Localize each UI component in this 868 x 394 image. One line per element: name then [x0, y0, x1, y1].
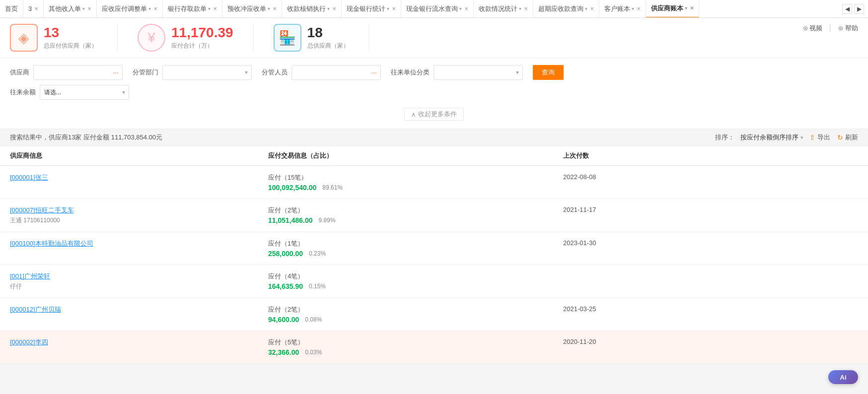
close-icon-cash-stat[interactable]: ✕	[392, 6, 396, 11]
balance-select[interactable]: 请选...	[40, 85, 129, 100]
table-row: [000012]广州贝瑞 应付（2笔） 94,600.00 0.08% 2021…	[0, 298, 868, 331]
category-select[interactable]	[434, 65, 523, 80]
search-row-2: 往来余额 请选... ▾	[10, 85, 858, 100]
dept-label: 分管部门	[133, 68, 158, 77]
nav-tab-bank[interactable]: 银行存取款单 ▾ ✕	[163, 0, 222, 18]
close-icon-receipt-stat[interactable]: ✕	[524, 6, 528, 11]
dept-select-wrap: ▾	[162, 65, 252, 80]
trans-label: 应付（2笔）	[268, 305, 563, 314]
trans-percent: 0.15%	[309, 283, 326, 290]
stat-info-payable-suppliers: 13 总应付供应商（家）	[44, 26, 97, 50]
close-icon-adjust[interactable]: ✕	[153, 6, 157, 11]
close-icon-other-income[interactable]: ✕	[87, 6, 91, 11]
nav-tab-other-income[interactable]: 其他收入单 ▾ ✕	[44, 0, 97, 18]
last-pay-value: 2020-11-20	[563, 338, 596, 345]
supplier-info-cell: [000001]张三	[10, 173, 268, 182]
table-row: [000002]李四 应付（5笔） 32,366.00 0.03% 2020-1…	[0, 331, 868, 364]
nav-tab-adjust[interactable]: 应收应付调整单 ▾ ✕	[97, 0, 163, 18]
close-icon-customer-book[interactable]: ✕	[637, 6, 641, 11]
supplier-link[interactable]: [000002]李四	[10, 338, 48, 346]
trans-percent: 0.08%	[305, 316, 322, 323]
trans-label: 应付（2笔）	[268, 206, 563, 215]
export-button[interactable]: ⇧ 导出	[809, 133, 830, 142]
last-pay-cell: 2022-08-08	[563, 173, 858, 181]
supplier-sub: 仔仔	[10, 282, 268, 291]
chevron-down-icon-collection: ▾	[327, 6, 330, 11]
col-last-pay: 上次付数	[563, 151, 858, 160]
nav-tab-cash-flow[interactable]: 现金银行流水查询 ▾ ✕	[401, 0, 474, 18]
last-pay-value: 2021-03-25	[563, 305, 596, 313]
supplier-field: 供应商 ···	[10, 65, 123, 80]
chevron-down-icon-receipt-stat: ▾	[519, 6, 521, 11]
nav-prev-btn[interactable]: ◀	[842, 4, 852, 14]
nav-tab-supplier-book[interactable]: 供应商账本 ▾ ✕	[646, 0, 699, 18]
trans-amount: 11,051,486.00	[268, 216, 313, 224]
nav-tab-home[interactable]: 首页	[0, 0, 23, 18]
close-icon[interactable]: ✕	[34, 6, 38, 11]
close-icon-prepay[interactable]: ✕	[273, 6, 277, 11]
trans-row: 100,092,540.00 89.61%	[268, 184, 563, 192]
person-dots-icon[interactable]: ···	[371, 68, 377, 76]
trans-amount: 94,600.00	[268, 316, 299, 324]
supplier-input[interactable]	[33, 65, 123, 80]
top-right-links: ⊙ 视频 │ ⊙ 帮助	[803, 24, 858, 33]
trans-label: 应付（5笔）	[268, 338, 563, 347]
nav-tab-customer-book[interactable]: 客户账本 ▾ ✕	[599, 0, 646, 18]
results-bar: 搜索结果中，供应商13家 应付金额 111,703,854.00元 排序： 按应…	[0, 129, 868, 146]
nav-tab-overdue[interactable]: 超期应收款查询 ▾ ✕	[533, 0, 599, 18]
table-body: [000001]张三 应付（15笔） 100,092,540.00 89.61%…	[0, 166, 868, 364]
nav-tab-cash-flow-label: 现金银行流水查询	[406, 4, 458, 13]
nav-tab-collection[interactable]: 收款核销执行 ▾ ✕	[282, 0, 342, 18]
col-transaction-info: 应付交易信息（占比）	[268, 151, 563, 160]
chevron-down-icon-cash-stat: ▾	[387, 6, 389, 11]
nav-tab-prepay-label: 预收冲应收单	[227, 4, 266, 13]
trans-row: 94,600.00 0.08%	[268, 316, 563, 324]
refresh-button[interactable]: ↻ 刷新	[837, 133, 858, 142]
close-icon-overdue[interactable]: ✕	[590, 6, 594, 11]
trans-label: 应付（4笔）	[268, 272, 563, 281]
data-table: 供应商信息 应付交易信息（占比） 上次付数 [000001]张三 应付（15笔）…	[0, 146, 868, 364]
dept-select[interactable]	[162, 65, 252, 80]
table-row: [000007]恒旺二手叉车 王通 17106110000 应付（2笔） 11,…	[0, 199, 868, 232]
trans-percent: 0.03%	[305, 349, 322, 356]
supplier-link[interactable]: [000100]本特勤油品有限公司	[10, 240, 93, 247]
person-input[interactable]	[291, 65, 381, 80]
nav-tab-receipt-stat[interactable]: 收款情况统计 ▾ ✕	[474, 0, 533, 18]
collapse-button[interactable]: ∧ 收起更多条件	[404, 108, 464, 121]
nav-arrows: ◀ ▶	[838, 4, 868, 14]
trans-row: 11,051,486.00 9.89%	[268, 216, 563, 224]
chevron-down-icon-overdue: ▾	[585, 6, 587, 11]
search-row-1: 供应商 ··· 分管部门 ▾ 分管人员 ··· 往来单位分类	[10, 65, 858, 80]
payable-suppliers-number: 13	[44, 26, 97, 40]
nav-tab-prepay[interactable]: 预收冲应收单 ▾ ✕	[222, 0, 282, 18]
help-link[interactable]: ⊙ 帮助	[838, 24, 858, 33]
payable-suppliers-label: 总应付供应商（家）	[44, 42, 97, 50]
close-icon-supplier-book[interactable]: ✕	[690, 5, 694, 11]
close-icon-collection[interactable]: ✕	[332, 6, 336, 11]
query-button[interactable]: 查询	[533, 65, 564, 80]
nav-tab-cash-stat[interactable]: 现金银行统计 ▾ ✕	[342, 0, 401, 18]
transaction-cell: 应付（5笔） 32,366.00 0.03%	[268, 338, 563, 356]
results-summary: 搜索结果中，供应商13家 应付金额 111,703,854.00元	[10, 133, 162, 142]
category-label: 往来单位分类	[391, 68, 430, 77]
close-icon-bank[interactable]: ✕	[213, 6, 217, 11]
table-row: [000100]本特勤油品有限公司 应付（1笔） 258,000.00 0.23…	[0, 232, 868, 265]
supplier-link[interactable]: [000007]恒旺二手叉车	[10, 206, 74, 214]
gift-icon: ◈	[10, 24, 38, 52]
nav-next-btn[interactable]: ▶	[854, 4, 864, 14]
close-icon-cash-flow[interactable]: ✕	[464, 6, 468, 11]
chevron-down-icon-prepay: ▾	[268, 6, 270, 11]
supplier-link[interactable]: [000001]张三	[10, 174, 48, 181]
nav-tab-3[interactable]: 3 ✕	[23, 0, 44, 18]
nav-tab-3-label: 3	[28, 5, 32, 12]
supplier-link[interactable]: [000012]广州贝瑞	[10, 306, 61, 313]
transaction-cell: 应付（2笔） 94,600.00 0.08%	[268, 305, 563, 324]
sort-chevron-down-icon: ▾	[800, 134, 803, 141]
video-link[interactable]: ⊙ 视频	[803, 24, 823, 33]
nav-tab-receipt-stat-label: 收款情况统计	[479, 4, 517, 13]
supplier-sub: 王通 17106110000	[10, 216, 268, 225]
supplier-dots-icon[interactable]: ···	[113, 68, 119, 76]
sort-select-wrap[interactable]: 按应付余额倒序排序 ▾	[740, 133, 803, 142]
table-header: 供应商信息 应付交易信息（占比） 上次付数	[0, 146, 868, 166]
supplier-link[interactable]: [001]广州荣轩	[10, 272, 50, 280]
